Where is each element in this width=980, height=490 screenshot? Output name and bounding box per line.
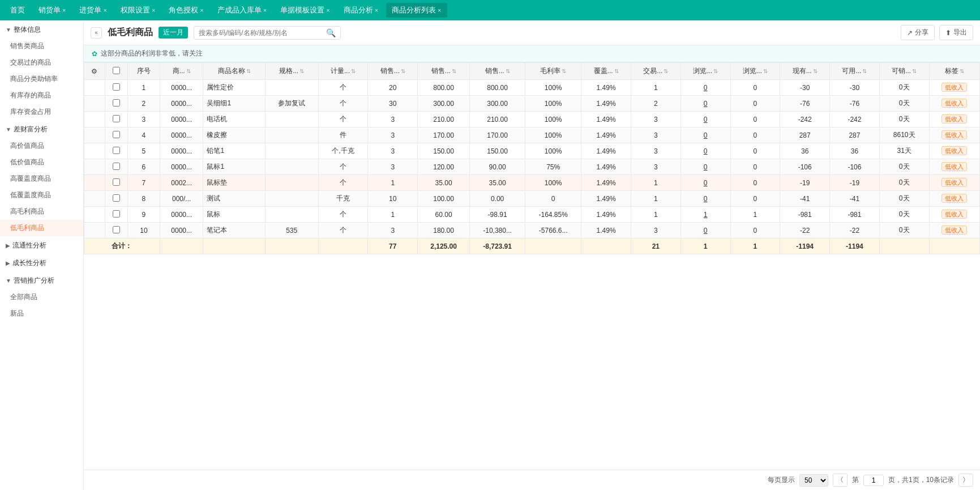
- cell-checkbox[interactable]: [105, 143, 127, 159]
- cell-browse1[interactable]: 0: [681, 159, 730, 175]
- nav-role-auth[interactable]: 角色授权 ×: [163, 3, 209, 18]
- th-sales-price[interactable]: 销售...⇅: [418, 63, 470, 80]
- nav-close-product-analysis[interactable]: ×: [375, 7, 378, 14]
- sidebar-item-in-stock[interactable]: 有库存的商品: [0, 87, 83, 104]
- row-checkbox[interactable]: [113, 210, 120, 218]
- th-checkbox[interactable]: [105, 63, 127, 80]
- th-gross-margin[interactable]: 毛利率⇅: [525, 63, 581, 80]
- nav-product-in[interactable]: 产成品入库单 ×: [212, 3, 272, 18]
- cell-browse1[interactable]: 0: [681, 96, 730, 112]
- arrow-icon-5: ▼: [6, 278, 11, 284]
- sidebar-section-marketing[interactable]: ▼ 营销推广分析: [0, 271, 83, 289]
- cell-coverage: 1.49%: [581, 127, 631, 143]
- cell-browse1[interactable]: 0: [681, 112, 730, 127]
- nav-close-product-in[interactable]: ×: [263, 7, 267, 14]
- sidebar-item-low-coverage[interactable]: 低覆盖度商品: [0, 187, 83, 203]
- th-sales-qty[interactable]: 销售...⇅: [368, 63, 418, 80]
- th-tag[interactable]: 标签⇅: [929, 63, 979, 80]
- cell-browse1[interactable]: 1: [681, 207, 730, 223]
- nav-product-analysis[interactable]: 商品分析 ×: [338, 3, 384, 18]
- sidebar-section-overall[interactable]: ▼ 整体信息: [0, 20, 83, 38]
- sidebar-item-category-rate[interactable]: 商品分类助销率: [0, 71, 83, 87]
- row-checkbox[interactable]: [113, 83, 120, 91]
- th-spec[interactable]: 规格...⇅: [265, 63, 318, 80]
- nav-close-auth-settings[interactable]: ×: [152, 7, 155, 14]
- row-checkbox[interactable]: [113, 178, 120, 186]
- th-browse1[interactable]: 浏览...⇅: [681, 63, 730, 80]
- sidebar-item-high-coverage[interactable]: 高覆盖度商品: [0, 171, 83, 187]
- cell-checkbox[interactable]: [105, 207, 127, 223]
- nav-close-product-analysis-list[interactable]: ×: [438, 7, 441, 14]
- sidebar-item-all-products[interactable]: 全部商品: [0, 289, 83, 305]
- export-button[interactable]: ⬆ 导出: [939, 25, 973, 40]
- row-checkbox[interactable]: [113, 131, 120, 138]
- th-browse2[interactable]: 浏览...⇅: [730, 63, 780, 80]
- row-checkbox[interactable]: [113, 226, 120, 233]
- sidebar-item-traded-products[interactable]: 交易过的商品: [0, 54, 83, 71]
- search-input[interactable]: [199, 29, 324, 37]
- page-number-input[interactable]: [863, 475, 884, 486]
- nav-template[interactable]: 单据模板设置 ×: [275, 3, 335, 18]
- cell-checkbox[interactable]: [105, 223, 127, 238]
- th-sales-profit[interactable]: 销售...⇅: [470, 63, 525, 80]
- sidebar-item-low-margin[interactable]: 低毛利商品: [0, 220, 83, 236]
- prev-page-btn[interactable]: 〈: [833, 474, 848, 487]
- share-button[interactable]: ↗ 分享: [901, 25, 935, 40]
- th-sellable[interactable]: 可销...⇅: [879, 63, 929, 80]
- page-size-select[interactable]: 50 100 200: [799, 474, 828, 487]
- cell-transaction: 3: [631, 112, 681, 127]
- th-code[interactable]: 商...⇅: [160, 63, 203, 80]
- th-current[interactable]: 现有...⇅: [780, 63, 830, 80]
- sidebar-section-flow[interactable]: ▶ 流通性分析: [0, 236, 83, 254]
- cell-checkbox[interactable]: [105, 127, 127, 143]
- cell-browse1[interactable]: 0: [681, 80, 730, 96]
- next-page-btn[interactable]: 〉: [958, 474, 973, 487]
- cell-browse2: 0: [730, 191, 780, 207]
- th-unit[interactable]: 计量...⇅: [318, 63, 368, 80]
- th-transaction[interactable]: 交易...⇅: [631, 63, 681, 80]
- period-tag[interactable]: 近一月: [159, 27, 188, 39]
- sidebar-item-new-products[interactable]: 新品: [0, 305, 83, 322]
- cell-checkbox[interactable]: [105, 80, 127, 96]
- nav-auth-settings[interactable]: 权限设置 ×: [115, 3, 161, 18]
- nav-purchase[interactable]: 进货单 ×: [74, 3, 112, 18]
- search-icon[interactable]: 🔍: [326, 28, 336, 37]
- collapse-sidebar-btn[interactable]: «: [91, 27, 102, 39]
- nav-close-sales[interactable]: ×: [62, 7, 66, 14]
- sidebar-item-low-value[interactable]: 低价值商品: [0, 154, 83, 171]
- cell-checkbox[interactable]: [105, 191, 127, 207]
- cell-browse1[interactable]: 0: [681, 143, 730, 159]
- nav-product-analysis-list[interactable]: 商品分析列表 ×: [386, 3, 447, 18]
- cell-browse1[interactable]: 0: [681, 175, 730, 191]
- nav-close-template[interactable]: ×: [326, 7, 329, 14]
- th-available[interactable]: 可用...⇅: [830, 63, 880, 80]
- th-coverage[interactable]: 覆盖...⇅: [581, 63, 631, 80]
- select-all-checkbox[interactable]: [113, 67, 120, 74]
- th-settings[interactable]: ⚙: [84, 63, 105, 80]
- nav-close-purchase[interactable]: ×: [103, 7, 106, 14]
- sidebar-item-sales-products[interactable]: 销售类商品: [0, 38, 83, 54]
- th-name[interactable]: 商品名称⇅: [203, 63, 265, 80]
- sidebar-item-high-margin[interactable]: 高毛利商品: [0, 203, 83, 220]
- sidebar-section-growth[interactable]: ▶ 成长性分析: [0, 254, 83, 271]
- cell-checkbox[interactable]: [105, 175, 127, 191]
- cell-checkbox[interactable]: [105, 112, 127, 127]
- cell-browse1[interactable]: 0: [681, 191, 730, 207]
- cell-browse1[interactable]: 0: [681, 223, 730, 238]
- search-box[interactable]: 🔍: [194, 26, 341, 40]
- table-container[interactable]: ⚙ 序号 商...⇅ 商品名称⇅ 规格...⇅ 计量...⇅ 销售...⇅ 销售…: [84, 62, 980, 470]
- row-checkbox[interactable]: [113, 194, 120, 202]
- row-checkbox[interactable]: [113, 99, 120, 106]
- row-checkbox[interactable]: [113, 115, 120, 122]
- sidebar-item-high-value[interactable]: 高价值商品: [0, 138, 83, 154]
- row-checkbox[interactable]: [113, 163, 120, 170]
- sidebar-section-wealth[interactable]: ▼ 差财富分析: [0, 120, 83, 138]
- cell-checkbox[interactable]: [105, 159, 127, 175]
- nav-close-role-auth[interactable]: ×: [200, 7, 203, 14]
- nav-home[interactable]: 首页: [5, 3, 31, 18]
- nav-sales[interactable]: 销货单 ×: [33, 3, 71, 18]
- sidebar-item-capital[interactable]: 库存资金占用: [0, 104, 83, 120]
- cell-browse1[interactable]: 0: [681, 127, 730, 143]
- row-checkbox[interactable]: [113, 147, 120, 154]
- cell-checkbox[interactable]: [105, 96, 127, 112]
